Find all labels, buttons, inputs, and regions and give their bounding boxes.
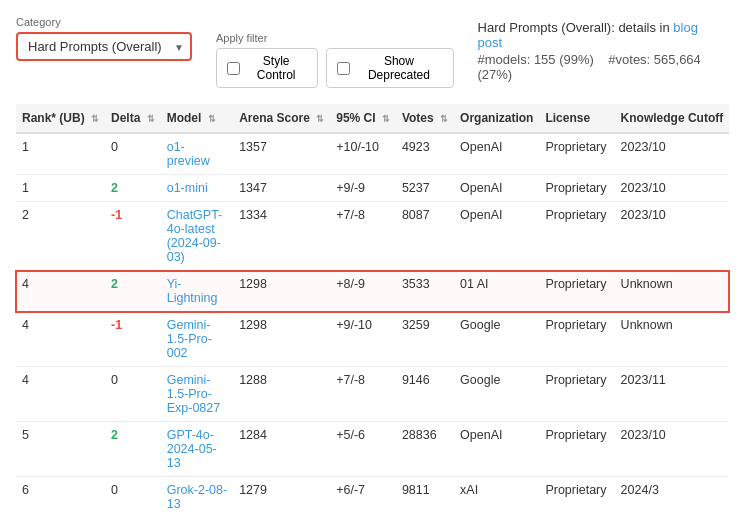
cell-arena: 1334 (233, 202, 330, 271)
cell-cutoff: 2023/10 (615, 175, 730, 202)
cell-org: Google (454, 312, 539, 367)
filter-buttons: Style Control Show Deprecated (216, 48, 454, 88)
stats-numbers: #models: 155 (99%) #votes: 565,664 (27%) (478, 52, 724, 82)
cell-model: GPT-4o-2024-05-13 (161, 422, 233, 477)
cell-delta: 2 (105, 175, 161, 202)
cell-rank: 6 (16, 477, 105, 514)
cell-org: Google (454, 367, 539, 422)
cell-org: xAI (454, 477, 539, 514)
col-header-delta[interactable]: Delta ⇅ (105, 104, 161, 133)
model-link[interactable]: Yi-Lightning (167, 277, 218, 305)
cell-model: Yi-Lightning (161, 271, 233, 312)
table-row: 40Gemini-1.5-Pro-Exp-08271288+7/-89146Go… (16, 367, 729, 422)
rank-sort-icon: ⇅ (91, 114, 99, 124)
cell-model: o1-mini (161, 175, 233, 202)
col-header-ci[interactable]: 95% CI ⇅ (330, 104, 396, 133)
col-header-votes[interactable]: Votes ⇅ (396, 104, 454, 133)
cell-model: Gemini-1.5-Pro-002 (161, 312, 233, 367)
style-control-button[interactable]: Style Control (216, 48, 318, 88)
category-section: Category Hard Prompts (Overall) (16, 16, 192, 61)
stats-title: Hard Prompts (Overall): details in blog … (478, 20, 724, 50)
cell-rank: 5 (16, 422, 105, 477)
delta-sort-icon: ⇅ (147, 114, 155, 124)
col-header-org[interactable]: Organization (454, 104, 539, 133)
cell-license: Proprietary (539, 422, 614, 477)
cell-org: OpenAI (454, 133, 539, 175)
table-row: 42Yi-Lightning1298+8/-9353301 AIPropriet… (16, 271, 729, 312)
cell-license: Proprietary (539, 367, 614, 422)
cell-arena: 1347 (233, 175, 330, 202)
cell-votes: 9146 (396, 367, 454, 422)
cell-rank: 4 (16, 312, 105, 367)
cell-cutoff: 2023/10 (615, 202, 730, 271)
category-dropdown[interactable]: Hard Prompts (Overall) (16, 32, 192, 61)
col-header-rank[interactable]: Rank* (UB) ⇅ (16, 104, 105, 133)
table-row: 52GPT-4o-2024-05-131284+5/-628836OpenAIP… (16, 422, 729, 477)
arena-sort-icon: ⇅ (316, 114, 324, 124)
cell-votes: 5237 (396, 175, 454, 202)
table-row: 12o1-mini1347+9/-95237OpenAIProprietary2… (16, 175, 729, 202)
cell-license: Proprietary (539, 133, 614, 175)
model-link[interactable]: o1-preview (167, 140, 210, 168)
cell-arena: 1279 (233, 477, 330, 514)
filter-label: Apply filter (216, 32, 454, 44)
cell-delta: 0 (105, 133, 161, 175)
cell-arena: 1298 (233, 312, 330, 367)
style-control-checkbox[interactable] (227, 62, 240, 75)
cell-license: Proprietary (539, 271, 614, 312)
model-link[interactable]: Grok-2-08-13 (167, 483, 227, 511)
top-bar: Category Hard Prompts (Overall) Apply fi… (16, 16, 724, 88)
votes-sort-icon: ⇅ (440, 114, 448, 124)
cell-org: OpenAI (454, 202, 539, 271)
style-control-label: Style Control (245, 54, 307, 82)
ci-sort-icon: ⇅ (382, 114, 390, 124)
cell-ci: +7/-8 (330, 202, 396, 271)
cell-ci: +6/-7 (330, 477, 396, 514)
cell-org: 01 AI (454, 271, 539, 312)
cell-votes: 3533 (396, 271, 454, 312)
model-link[interactable]: o1-mini (167, 181, 208, 195)
show-deprecated-checkbox[interactable] (337, 62, 350, 75)
cell-arena: 1298 (233, 271, 330, 312)
cell-rank: 4 (16, 271, 105, 312)
cell-rank: 4 (16, 367, 105, 422)
cell-cutoff: Unknown (615, 271, 730, 312)
col-header-cutoff[interactable]: Knowledge Cutoff (615, 104, 730, 133)
cell-model: Gemini-1.5-Pro-Exp-0827 (161, 367, 233, 422)
col-header-arena[interactable]: Arena Score ⇅ (233, 104, 330, 133)
cell-license: Proprietary (539, 175, 614, 202)
cell-rank: 1 (16, 175, 105, 202)
cell-ci: +8/-9 (330, 271, 396, 312)
col-header-license[interactable]: License (539, 104, 614, 133)
model-link[interactable]: GPT-4o-2024-05-13 (167, 428, 217, 470)
cell-arena: 1284 (233, 422, 330, 477)
category-dropdown-wrapper[interactable]: Hard Prompts (Overall) (16, 32, 192, 61)
cell-cutoff: 2023/11 (615, 367, 730, 422)
cell-ci: +9/-9 (330, 175, 396, 202)
model-link[interactable]: Gemini-1.5-Pro-Exp-0827 (167, 373, 221, 415)
cell-cutoff: 2023/10 (615, 133, 730, 175)
table-row: 4-1Gemini-1.5-Pro-0021298+9/-103259Googl… (16, 312, 729, 367)
model-link[interactable]: ChatGPT-4o-latest (2024-09-03) (167, 208, 223, 264)
cell-delta: 2 (105, 422, 161, 477)
cell-ci: +9/-10 (330, 312, 396, 367)
cell-votes: 3259 (396, 312, 454, 367)
model-link[interactable]: Gemini-1.5-Pro-002 (167, 318, 212, 360)
cell-org: OpenAI (454, 175, 539, 202)
table-row: 2-1ChatGPT-4o-latest (2024-09-03)1334+7/… (16, 202, 729, 271)
cell-votes: 8087 (396, 202, 454, 271)
cell-license: Proprietary (539, 312, 614, 367)
filter-section: Apply filter Style Control Show Deprecat… (216, 16, 454, 88)
cell-delta: 2 (105, 271, 161, 312)
table-row: 60Grok-2-08-131279+6/-79811xAIProprietar… (16, 477, 729, 514)
stats-models: #models: 155 (99%) (478, 52, 594, 67)
col-header-model[interactable]: Model ⇅ (161, 104, 233, 133)
cell-votes: 4923 (396, 133, 454, 175)
model-sort-icon: ⇅ (208, 114, 216, 124)
show-deprecated-button[interactable]: Show Deprecated (326, 48, 453, 88)
cell-rank: 1 (16, 133, 105, 175)
cell-license: Proprietary (539, 202, 614, 271)
show-deprecated-label: Show Deprecated (355, 54, 442, 82)
cell-delta: -1 (105, 312, 161, 367)
header-row: Rank* (UB) ⇅ Delta ⇅ Model ⇅ Arena Score… (16, 104, 729, 133)
